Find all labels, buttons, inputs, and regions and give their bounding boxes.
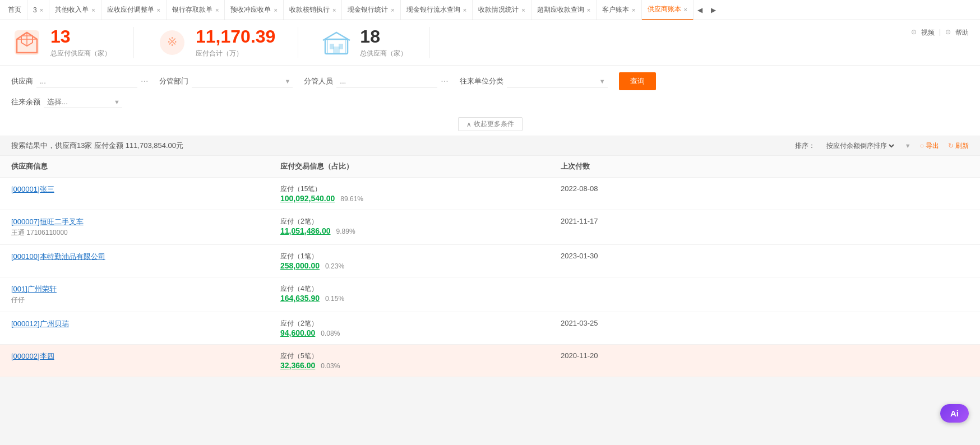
supplier-col-5: [000012]广州贝瑞 [11,319,280,329]
header-supplier: 供应商信息 [11,161,280,171]
last-pay-1: 2022-08-08 [561,184,598,193]
supplier-col-4: [001]广州荣轩 仔仔 [11,284,280,305]
results-bar: 搜索结果中，供应商13家 应付金额 111,703,854.00元 排序： 按应… [0,136,980,156]
main-table: 供应商信息 应付交易信息（占比） 上次付数 [000001]张三 应付（15笔）… [0,156,980,377]
table-row: [001]广州荣轩 仔仔 应付（4笔） 164,635.90 0.15% [0,277,980,312]
last-pay-3: 2023-01-30 [561,252,598,260]
supplier-link-4[interactable]: [001]广州荣轩 [11,285,57,293]
supplier-link-5[interactable]: [000012]广州贝瑞 [11,319,69,328]
ap-amount-4[interactable]: 164,635.90 [280,294,320,303]
supplier-col-6: [000002]李四 [11,351,280,361]
supplier-col-2: [000007]恒旺二手叉车 王通 17106110000 [11,217,280,238]
ap-amount-1[interactable]: 100,092,540.00 [280,194,335,203]
category-filter-label: 往来单位分类 [460,76,503,86]
ap-amount-5[interactable]: 94,600.00 [280,328,315,337]
collapse-button[interactable]: ∧ 收起更多条件 [458,117,523,131]
nav-tab-ar-ap-adjust-close[interactable]: × [157,7,160,13]
supplier-filter-label: 供应商 [11,76,33,86]
ap-suppliers-text: 13 总应付供应商（家） [50,27,111,58]
table-body: [000001]张三 应付（15笔） 100,092,540.00 89.61%… [0,178,980,377]
ap-amount-2[interactable]: 11,051,486.00 [280,226,331,235]
ap-label-5: 应付（2笔） [280,319,561,328]
ap-label-4: 应付（4笔） [280,284,561,294]
nav-tab-3[interactable]: 3 × [27,0,49,20]
dept-filter-label: 分管部门 [159,76,188,86]
nav-tab-prepay-ar-close[interactable]: × [274,7,277,13]
help-link[interactable]: 帮助 [955,28,969,38]
nav-tab-other-income-close[interactable]: × [91,7,95,13]
table-header: 供应商信息 应付交易信息（占比） 上次付数 [0,156,980,178]
nav-tab-payment-stat[interactable]: 收款情况统计 × [473,0,531,20]
refresh-button[interactable]: ↻ 刷新 [948,141,969,151]
ap-amount-3[interactable]: 258,000.00 [280,261,320,270]
query-button[interactable]: 查询 [619,72,656,90]
filter-item-balance: 往来余额 ▼ [11,96,123,108]
dept-filter-wrap: ▼ [192,75,293,87]
nav-tab-home[interactable]: 首页 [2,0,27,20]
svg-rect-11 [333,47,340,54]
top-right-links: ⊙ 视频 | ⊙ 帮助 [911,28,969,38]
nav-tab-prepay-ar-label: 预收冲应收单 [230,5,271,15]
nav-tab-cash-bank-stat-close[interactable]: × [391,7,394,13]
nav-right-arrow[interactable]: ▶ [707,0,720,20]
ap-amount-value: 11,170.39 [196,27,275,47]
export-button[interactable]: ○ 导出 [920,141,939,151]
supplier-filter-input[interactable] [36,75,137,87]
ap-amount-6[interactable]: 32,366.00 [280,361,315,370]
nav-tab-prepay-ar[interactable]: 预收冲应收单 × [225,0,283,20]
balance-filter-input[interactable] [44,96,122,108]
transaction-col-2: 应付（2笔） 11,051,486.00 9.89% [280,217,561,235]
balance-filter-wrap: ▼ [44,96,122,108]
summary-block-total-suppliers: 18 总供应商（家） [321,27,430,58]
person-filter-input[interactable] [336,75,437,87]
nav-tab-supplier-ledger[interactable]: 供应商账本 × [642,0,694,20]
supplier-link-3[interactable]: [000100]本特勤油品有限公司 [11,252,105,261]
dept-filter-input[interactable] [192,75,293,87]
nav-tab-overdue-ar[interactable]: 超期应收款查询 × [531,0,597,20]
table-row: [000012]广州贝瑞 应付（2笔） 94,600.00 0.08% 2021… [0,312,980,345]
last-pay-2: 2021-11-17 [561,217,598,225]
nav-tab-payment-stat-label: 收款情况统计 [478,5,519,15]
svg-text:※: ※ [167,35,177,49]
nav-tab-payment-verify[interactable]: 收款核销执行 × [284,0,342,20]
nav-tab-cash-bank-flow[interactable]: 现金银行流水查询 × [401,0,473,20]
transaction-col-4: 应付（4笔） 164,635.90 0.15% [280,284,561,303]
ap-row-6: 32,366.00 0.03% [280,361,561,370]
nav-tab-customer-ledger[interactable]: 客户账本 × [597,0,641,20]
ap-row-1: 100,092,540.00 89.61% [280,194,561,203]
supplier-link-6[interactable]: [000002]李四 [11,352,54,360]
supplier-link-2[interactable]: [000007]恒旺二手叉车 [11,217,84,226]
supplier-col-3: [000100]本特勤油品有限公司 [11,252,280,262]
nav-tab-customer-ledger-close[interactable]: × [632,7,635,13]
nav-tab-3-close[interactable]: × [40,7,43,13]
ap-row-2: 11,051,486.00 9.89% [280,226,561,235]
ap-pct-5: 0.08% [321,330,340,337]
nav-tab-supplier-ledger-close[interactable]: × [684,6,687,13]
nav-tab-bank-deposit[interactable]: 银行存取款单 × [167,0,225,20]
category-filter-input[interactable] [507,75,608,87]
nav-tab-bank-deposit-close[interactable]: × [215,7,219,13]
sort-select[interactable]: 按应付余额倒序排序 按应付余额升序排序 [824,141,896,150]
export-label: 导出 [926,141,939,151]
nav-tab-home-label: 首页 [8,5,21,15]
table-row: [000001]张三 应付（15笔） 100,092,540.00 89.61%… [0,178,980,210]
collapse-label: 收起更多条件 [474,119,514,129]
nav-tab-payment-stat-close[interactable]: × [521,7,525,13]
category-filter-wrap: ▼ [507,75,608,87]
nav-tab-ar-ap-adjust[interactable]: 应收应付调整单 × [101,0,167,20]
person-filter-dots[interactable]: ··· [441,76,448,86]
supplier-filter-dots[interactable]: ··· [141,76,148,86]
nav-tab-cash-bank-flow-close[interactable]: × [463,7,466,13]
lastpay-col-2: 2021-11-17 [561,217,969,225]
ap-amount-icon: ※ [156,27,188,58]
supplier-link-1[interactable]: [000001]张三 [11,185,54,193]
video-link[interactable]: 视频 [921,28,935,38]
nav-tab-other-income[interactable]: 其他收入单 × [49,0,101,20]
nav-tab-payment-verify-close[interactable]: × [332,7,336,13]
header-transaction: 应付交易信息（占比） [280,161,561,171]
nav-tab-cash-bank-stat[interactable]: 现金银行统计 × [342,0,400,20]
nav-tab-bank-deposit-label: 银行存取款单 [172,5,212,15]
transaction-col-1: 应付（15笔） 100,092,540.00 89.61% [280,184,561,203]
nav-tab-overdue-ar-close[interactable]: × [587,7,590,13]
nav-left-arrow[interactable]: ◀ [694,0,707,20]
